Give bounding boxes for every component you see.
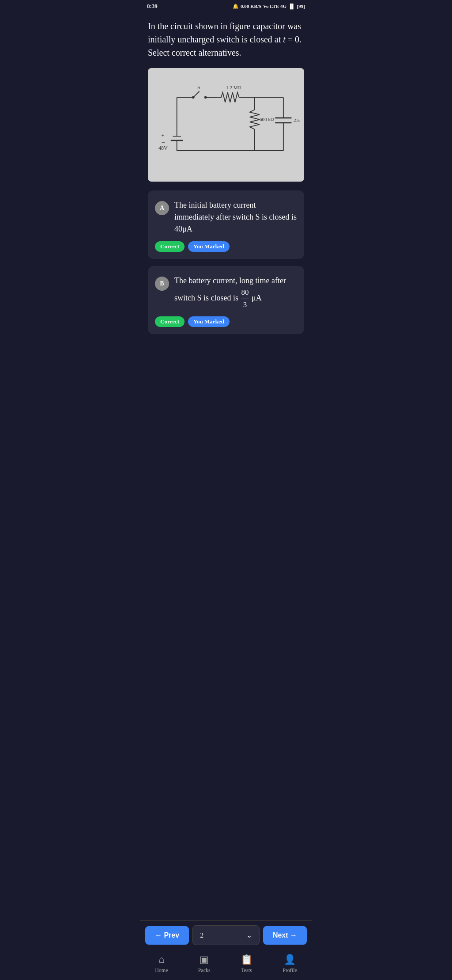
- option-text-b: The battery current, long time after swi…: [174, 275, 297, 310]
- option-badge-a: A: [155, 201, 169, 215]
- dropdown-chevron-icon: ⌄: [246, 931, 252, 939]
- tab-packs-label: Packs: [198, 967, 211, 974]
- tab-profile[interactable]: 👤 Profile: [282, 954, 297, 974]
- circuit-diagram: S 1.2 MΩ 2.5 μF + − 48V: [148, 68, 304, 182]
- signal-bars-icon: ▐▌: [288, 4, 295, 9]
- answer-header-b: B The battery current, long time after s…: [155, 275, 297, 310]
- answer-card-a: A The initial battery current immediatel…: [148, 190, 304, 259]
- svg-text:48V: 48V: [158, 145, 168, 151]
- svg-text:1.2 MΩ: 1.2 MΩ: [226, 85, 241, 90]
- tab-tests[interactable]: 📋 Tests: [241, 954, 252, 974]
- packs-icon: ▣: [200, 954, 209, 965]
- profile-icon: 👤: [284, 954, 296, 965]
- page-dropdown[interactable]: 2 ⌄: [192, 925, 260, 945]
- you-marked-tag-a: You Marked: [188, 241, 230, 252]
- tab-home-label: Home: [155, 967, 168, 974]
- fraction-80-3: 80 3: [241, 287, 249, 310]
- you-marked-tag-b: You Marked: [188, 316, 230, 327]
- tab-bar: ⌂ Home ▣ Packs 📋 Tests 👤 Profile: [140, 950, 312, 980]
- prev-label: ← Prev: [155, 931, 179, 939]
- main-content: In the circuit shown in figure capacitor…: [140, 12, 312, 399]
- signal-type: Vo LTE 4G: [263, 4, 286, 9]
- tab-profile-label: Profile: [282, 967, 297, 974]
- svg-text:S: S: [197, 84, 200, 91]
- network-speed: 0.00 KB/S: [241, 4, 261, 9]
- status-right: 🔔 0.00 KB/S Vo LTE 4G ▐▌ [99]: [233, 4, 305, 9]
- status-bar: 8:39 🔔 0.00 KB/S Vo LTE 4G ▐▌ [99]: [140, 0, 312, 12]
- option-text-a: The initial battery current immediately …: [174, 199, 297, 235]
- tab-home[interactable]: ⌂ Home: [155, 954, 168, 974]
- bottom-nav-bar: ← Prev 2 ⌄ Next → ⌂ Home ▣ Packs 📋 Tests…: [140, 920, 312, 980]
- option-badge-b: B: [155, 277, 169, 291]
- svg-text:600 kΩ: 600 kΩ: [260, 117, 274, 122]
- svg-text:2.5 μF: 2.5 μF: [294, 118, 300, 123]
- answer-card-b: B The battery current, long time after s…: [148, 266, 304, 334]
- tab-packs[interactable]: ▣ Packs: [198, 954, 211, 974]
- tests-icon: 📋: [241, 954, 252, 965]
- circuit-svg: S 1.2 MΩ 2.5 μF + − 48V: [152, 77, 300, 171]
- next-label: Next →: [273, 931, 297, 939]
- home-icon: ⌂: [158, 954, 164, 965]
- svg-line-1: [193, 91, 200, 97]
- network-icon: 🔔: [233, 4, 239, 9]
- battery-icon: [99]: [297, 4, 305, 9]
- answer-header-a: A The initial battery current immediatel…: [155, 199, 297, 235]
- next-button[interactable]: Next →: [263, 926, 307, 945]
- correct-tag-b: Correct: [155, 316, 185, 327]
- svg-text:+: +: [161, 133, 164, 139]
- pagination-bar: ← Prev 2 ⌄ Next →: [140, 921, 312, 950]
- question-text: In the circuit shown in figure capacitor…: [148, 19, 304, 59]
- current-page: 2: [200, 931, 203, 939]
- tags-a: Correct You Marked: [155, 241, 297, 252]
- tab-tests-label: Tests: [241, 967, 252, 974]
- svg-point-2: [192, 96, 195, 99]
- prev-button[interactable]: ← Prev: [145, 926, 189, 945]
- correct-tag-a: Correct: [155, 241, 185, 252]
- tags-b: Correct You Marked: [155, 316, 297, 327]
- status-time: 8:39: [147, 3, 158, 10]
